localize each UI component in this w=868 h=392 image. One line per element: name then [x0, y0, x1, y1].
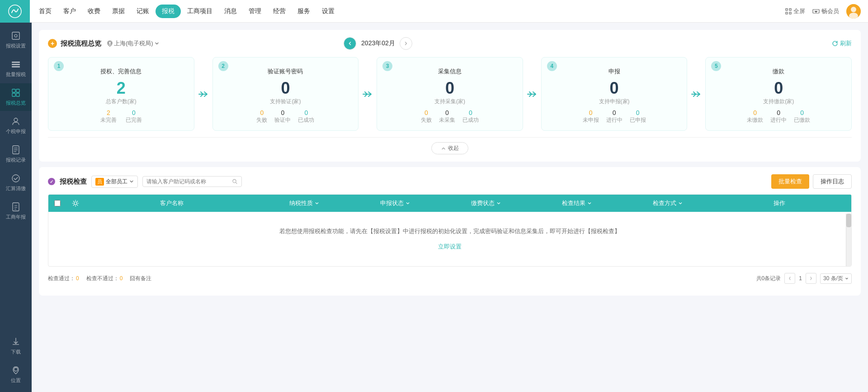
sidebar-label-tax-overview: 报税总览	[6, 100, 26, 106]
sidebar-label-tax-settings: 报税设置	[6, 43, 26, 49]
sidebar-item-tax-record[interactable]: 报税记录	[0, 140, 32, 168]
sidebar-label-settlement: 汇算清缴	[6, 185, 26, 192]
overview-plus-icon: +	[48, 39, 57, 48]
nav-business[interactable]: 工商项目	[182, 5, 218, 18]
nav-fee[interactable]: 收费	[82, 5, 106, 18]
th-action: 操作	[713, 195, 846, 212]
check-title-icon: ✓	[48, 178, 55, 185]
next-month-btn[interactable]	[400, 37, 412, 50]
fullscreen-btn[interactable]: 全屏	[785, 7, 805, 15]
step-4-title: 申报	[549, 67, 680, 76]
sidebar: 报税设置 批量报税 报税总览 个税申报 报税记录 汇算清缴 工商年报	[0, 23, 32, 392]
batch-check-btn[interactable]: 批量检查	[771, 174, 809, 189]
th-gear[interactable]	[66, 195, 85, 212]
th-tax-type[interactable]: 纳税性质	[259, 195, 350, 212]
svg-point-29	[74, 202, 77, 205]
logo[interactable]	[0, 0, 30, 23]
overview-steps: 1 授权、完善信息 2 总客户数(家) 2 未完善 0 已完善	[48, 57, 852, 131]
nav-invoice[interactable]: 票据	[107, 5, 130, 18]
fail-count[interactable]: 0	[120, 275, 123, 282]
table-wrap: 客户名称 纳税性质 申报状态 缴费状态 检查结果	[48, 194, 852, 267]
footer-note: 囧有备注	[130, 275, 151, 282]
pass-count[interactable]: 0	[76, 275, 79, 282]
sidebar-label-location: 位置	[11, 377, 21, 384]
nav-service[interactable]: 服务	[292, 5, 316, 18]
prev-month-btn[interactable]	[344, 37, 356, 50]
svg-rect-3	[786, 12, 788, 14]
step-5: 5 缴款 0 支持缴款(家) 0 未缴款 0 进行中	[705, 57, 852, 131]
scrollbar-thumb[interactable]	[846, 214, 851, 227]
step-2-subtitle: 支持验证(家)	[220, 98, 351, 105]
collapse-label: 收起	[448, 144, 459, 152]
th-declare-status[interactable]: 申报状态	[350, 195, 441, 212]
step-4-stat-1: 0 进行中	[606, 109, 623, 124]
nav-manage[interactable]: 管理	[243, 5, 267, 18]
op-log-btn[interactable]: 操作日志	[813, 174, 852, 189]
employee-filter[interactable]: 员 全部员工	[91, 176, 138, 188]
nav-operation[interactable]: 经营	[268, 5, 291, 18]
table-footer: 检查通过： 0 检查不通过： 0 囧有备注 共0条记录 1	[48, 268, 852, 288]
sidebar-item-business-report[interactable]: 工商年报	[0, 197, 32, 225]
nav-tax[interactable]: 报税	[156, 5, 181, 18]
employee-tag: 员	[95, 178, 104, 186]
step-3-count: 0	[384, 78, 515, 98]
svg-point-27	[108, 42, 111, 44]
sidebar-item-location[interactable]: 位置	[0, 361, 32, 388]
step-3-stat-2: 0 已成功	[462, 109, 479, 124]
refresh-btn[interactable]: 刷新	[832, 39, 852, 48]
prev-page-btn[interactable]	[784, 273, 795, 284]
search-input[interactable]	[146, 178, 230, 185]
nav-message[interactable]: 消息	[219, 5, 242, 18]
next-page-btn[interactable]	[806, 273, 816, 284]
nav-home[interactable]: 首页	[33, 5, 57, 18]
step-1-stat-0-label: 未完善	[100, 116, 117, 124]
setup-link[interactable]: 立即设置	[438, 243, 462, 250]
step-3-stat-0: 0 失败	[421, 109, 432, 124]
scrollbar[interactable]	[846, 214, 851, 266]
step-arrow-2	[359, 57, 377, 131]
svg-point-28	[233, 180, 236, 183]
current-page: 1	[799, 275, 802, 282]
sidebar-item-download[interactable]: 下载	[0, 332, 32, 360]
search-box[interactable]	[142, 176, 242, 187]
th-check-result[interactable]: 检查结果	[532, 195, 623, 212]
svg-rect-15	[12, 89, 15, 92]
step-1: 1 授权、完善信息 2 总客户数(家) 2 未完善 0 已完善	[48, 57, 194, 131]
th-pay-status[interactable]: 缴费状态	[441, 195, 532, 212]
svg-rect-10	[12, 32, 19, 39]
avatar[interactable]	[846, 4, 861, 19]
sidebar-item-tax-overview[interactable]: 报税总览	[0, 83, 32, 111]
current-date: 2023年02月	[360, 39, 396, 48]
step-2: 2 验证账号密码 0 支持验证(家) 0 失败 0 验证中	[212, 57, 359, 131]
refresh-label: 刷新	[840, 39, 852, 48]
sidebar-item-tax-settings[interactable]: 报税设置	[0, 26, 32, 54]
step-1-stats: 2 未完善 0 已完善	[56, 109, 187, 124]
sidebar-label-tax-record: 报税记录	[6, 157, 26, 163]
nav-customer[interactable]: 客户	[58, 5, 81, 18]
per-page-select[interactable]: 30 条/页	[820, 273, 852, 284]
step-3-stats: 0 失败 0 未采集 0 已成功	[384, 109, 515, 124]
location-selector[interactable]: 上海(电子税局)	[107, 39, 160, 48]
pagination: 共0条记录 1 30 条/页	[756, 273, 852, 284]
nav-right: 全屏 畅会员	[785, 4, 868, 19]
step-1-subtitle: 总客户数(家)	[56, 98, 187, 105]
check-section: ✓ 报税检查 员 全部员工 批量检查 操作日志	[39, 167, 861, 296]
svg-point-24	[12, 175, 19, 182]
sidebar-item-personal-tax[interactable]: 个税申报	[0, 112, 32, 139]
sidebar-label-business-report: 工商年报	[6, 214, 26, 220]
step-5-count: 0	[713, 78, 844, 98]
date-nav: 2023年02月	[344, 37, 412, 50]
employee-label: 全部员工	[106, 178, 127, 186]
th-checkbox[interactable]	[48, 195, 66, 212]
nav-settings[interactable]: 设置	[316, 5, 340, 18]
step-2-num: 2	[218, 61, 228, 71]
nav-bookkeeping[interactable]: 记账	[131, 5, 155, 18]
vip-btn[interactable]: 畅会员	[812, 7, 839, 15]
svg-rect-17	[12, 93, 15, 96]
select-all-checkbox[interactable]	[54, 200, 61, 206]
th-check-method[interactable]: 检查方式	[623, 195, 713, 212]
collapse-btn[interactable]: 收起	[431, 142, 468, 154]
sidebar-item-batch-tax[interactable]: 批量报税	[0, 55, 32, 82]
fail-label: 检查不通过：	[86, 275, 119, 282]
sidebar-item-settlement[interactable]: 汇算清缴	[0, 169, 32, 196]
